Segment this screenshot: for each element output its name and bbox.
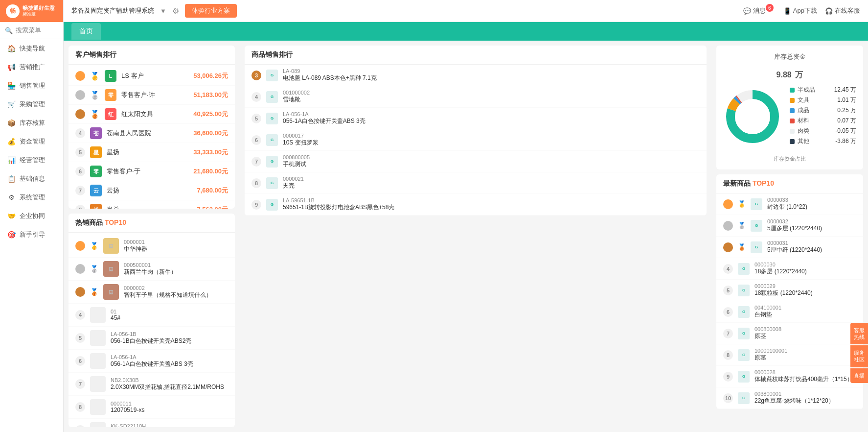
- sidebar-item-marketing[interactable]: 📢 营销推广: [0, 58, 63, 76]
- newbie-icon: 🎯: [7, 230, 16, 239]
- product-info: 0000031 5厘中纤 (1220*2440): [767, 240, 856, 254]
- mobile-icon: 📱: [783, 7, 791, 15]
- rank-number: 6: [251, 135, 261, 145]
- inventory-unit: 万: [795, 71, 803, 79]
- customer-rank-header: 客户销售排行: [69, 46, 235, 65]
- hot-products-title: 热销商品 TOP10: [75, 218, 126, 227]
- product-thumb: [90, 307, 106, 323]
- sidebar-item-system[interactable]: ⚙ 系统管理: [0, 188, 63, 207]
- product-code: 0000028: [754, 369, 856, 375]
- online-service-label: 在线客服: [835, 6, 860, 15]
- legend-label: 材料: [790, 117, 837, 125]
- chevron-down-icon[interactable]: ▼: [160, 7, 166, 15]
- product-name: 5厘多层 (1220*2440): [767, 224, 856, 233]
- sidebar-item-newbie[interactable]: 🎯 新手引导: [0, 225, 63, 244]
- sidebar-item-finance[interactable]: 💰 资金管理: [0, 132, 63, 151]
- rank-value: 33,333.00元: [193, 148, 228, 157]
- product-name: 夹壳: [283, 182, 700, 190]
- rank-number: 5: [251, 114, 261, 123]
- product-code: 000800008: [754, 326, 856, 332]
- product-name: 056-1A白色按键开关盖ABS 3壳: [111, 360, 228, 368]
- product-name: 18颗粒板 (1220*2440): [754, 289, 856, 297]
- rank-name: 云扬: [107, 186, 192, 195]
- sidebar-item-label: 销售管理: [20, 81, 45, 90]
- rank-number: 7: [75, 186, 85, 195]
- tab-home-label: 首页: [79, 27, 93, 35]
- product-rank-item: 7 G 000800005 手机测试: [245, 151, 707, 172]
- rank-item: 🥇 L LS 客户 53,006.26元: [69, 67, 235, 86]
- service-community-button[interactable]: 服务社区: [850, 345, 868, 367]
- operations-icon: 📊: [7, 156, 16, 165]
- legend-value: -0.05 万: [835, 127, 856, 135]
- product-name: 2.0X30MM双搓花轴,搓花直径2.1MM/ROHS: [111, 383, 228, 391]
- customer-service-button[interactable]: 客服热线: [850, 323, 868, 345]
- product-info: 0000021 夹壳: [283, 176, 700, 190]
- legend-dot: [790, 139, 795, 144]
- medal-icon: 🥈: [90, 265, 98, 273]
- product-info: 0000002 智利车子里（规格不知道填什么）: [124, 285, 228, 299]
- legend-label: 半成品: [790, 86, 834, 94]
- search-menu[interactable]: 🔍 搜索菜单: [0, 22, 63, 39]
- product-name: 雪地靴: [283, 96, 700, 104]
- rank-avatar: 云: [90, 185, 102, 196]
- rank-number: 4: [723, 264, 733, 274]
- tab-bar: 首页: [64, 22, 868, 41]
- sidebar-item-inventory[interactable]: 📦 库存核算: [0, 114, 63, 132]
- rank-number: [723, 221, 733, 231]
- medal-icon: 🥇: [90, 242, 98, 250]
- gear-icon[interactable]: ⚙: [172, 6, 179, 16]
- live-stream-button[interactable]: 直播: [850, 368, 868, 383]
- rank-item: 🥈 零 零售客户·许 51,183.00元: [69, 86, 235, 105]
- hot-product-item: 8 0000011 12070519-xs: [69, 396, 235, 419]
- tab-home[interactable]: 首页: [71, 23, 101, 40]
- customer-rank-list: 🥇 L LS 客户 53,006.26元 🥈 零 零售客户·许 51,183.0…: [69, 65, 235, 209]
- product-thumb: G: [266, 134, 278, 146]
- sidebar-item-sales[interactable]: 🏪 销售管理: [0, 76, 63, 95]
- rank-value: 36,600.00元: [193, 129, 228, 138]
- product-code: 0000033: [767, 197, 856, 203]
- sidebar-item-purchase[interactable]: 🛒 采购管理: [0, 95, 63, 114]
- system-name: 装备及固定资产辅助管理系统: [71, 6, 154, 15]
- rank-name: LS 客户: [121, 72, 188, 80]
- sidebar-item-operations[interactable]: 📊 经营管理: [0, 151, 63, 169]
- product-code: LA-056-1B: [111, 331, 228, 337]
- product-info: LA-59651-1B 59651-1B旋转投影灯电池盒ABS黑色+58壳: [283, 197, 700, 212]
- online-service-button[interactable]: 🎧 在线客服: [825, 6, 860, 15]
- logo-title: 畅捷通好生意: [23, 4, 55, 11]
- product-code: 001000002: [283, 90, 700, 96]
- sidebar-item-label: 基础信息: [20, 174, 45, 183]
- product-rank-item: 8 G 0000021 夹壳: [245, 172, 707, 194]
- product-name: 手机测试: [283, 160, 700, 168]
- product-rank-item: 9 G LA-59651-1B 59651-1B旋转投影灯电池盒ABS黑色+58…: [245, 194, 707, 216]
- product-thumb: G: [751, 198, 762, 210]
- product-info: 0000029 18颗粒板 (1220*2440): [754, 283, 856, 297]
- product-info: 0000033 封边带 (1.0*22): [767, 197, 856, 211]
- product-info: 0000017 10S 变扭罗浆: [283, 133, 700, 147]
- product-thumb: 🖼: [103, 238, 119, 254]
- rank-number: 7: [723, 329, 733, 338]
- message-button[interactable]: 💬 消息 6: [743, 6, 776, 15]
- sidebar-item-quick-nav[interactable]: 🏠 快捷导航: [0, 39, 63, 58]
- latest-product-item: 🥇 G 0000033 封边带 (1.0*22): [716, 193, 863, 215]
- product-rank-list: 3 G LA-089 电池盖 LA-089 ABS本色+黑种 7.1克 4 G …: [245, 65, 707, 216]
- product-code: 0000032: [767, 218, 856, 224]
- product-rank-header: 商品销售排行: [245, 46, 707, 65]
- rank-avatar: 星: [90, 146, 102, 158]
- rank-number: 8: [75, 402, 85, 412]
- sidebar-item-label: 资金管理: [20, 137, 45, 146]
- rank-item: 6 零 零售客户·于 21,680.00元: [69, 162, 235, 181]
- app-download-button[interactable]: 📱 App下载: [783, 6, 817, 15]
- trial-button[interactable]: 体验行业方案: [185, 4, 237, 18]
- sidebar-item-basic-info[interactable]: 📋 基础信息: [0, 169, 63, 188]
- product-name: 体械蔗枝味苏打饮品400毫升（1*15）: [754, 375, 856, 384]
- product-rank-item: 6 G 0000017 10S 变扭罗浆: [245, 129, 707, 151]
- product-code: 000500001: [124, 262, 228, 268]
- hot-product-item: 🥇 🖼 0000001 中华神器: [69, 235, 235, 258]
- hot-products-list: 🥇 🖼 0000001 中华神器 🥈 🖼 000500001 新西兰牛肉（新牛）…: [69, 233, 235, 427]
- product-rank-card: 商品销售排行 3 G LA-089 电池盖 LA-089 ABS本色+黑种 7.…: [245, 46, 707, 216]
- sidebar-item-enterprise[interactable]: 🤝 企业协同: [0, 207, 63, 225]
- product-thumb: G: [738, 328, 750, 339]
- legend-label: 其他: [790, 137, 835, 145]
- hot-product-item: 4 01 45#: [69, 304, 235, 327]
- product-thumb: G: [266, 199, 278, 211]
